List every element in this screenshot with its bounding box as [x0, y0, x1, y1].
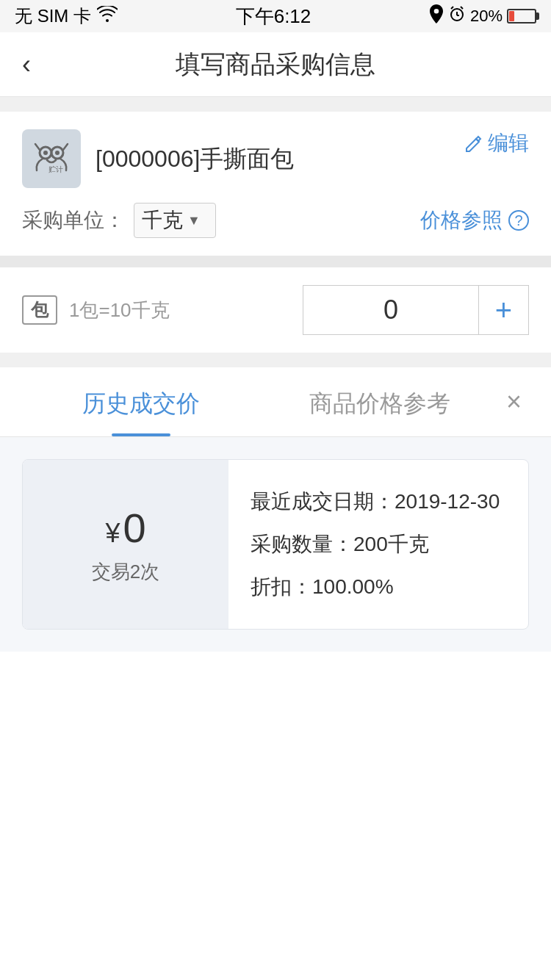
chevron-down-icon: ▼	[187, 213, 201, 228]
history-price-value: ¥0	[105, 504, 145, 552]
unit-label: 采购单位：	[22, 206, 125, 234]
location-icon	[429, 4, 444, 28]
svg-text:贮计: 贮计	[48, 165, 63, 173]
trade-count-label: 交易2次	[92, 559, 159, 585]
svg-point-7	[43, 151, 48, 155]
unit-select-button[interactable]: 千克 ▼	[134, 203, 216, 238]
unit-conversion-label: 1包=10千克	[69, 298, 170, 323]
unit-row: 采购单位： 千克 ▼	[22, 203, 216, 238]
alarm-icon	[448, 5, 466, 27]
status-bar: 无 SIM 卡 下午6:12 20%	[0, 0, 551, 32]
close-button[interactable]: ×	[499, 379, 529, 425]
status-indicators: 20%	[429, 4, 536, 28]
discount-line: 折扣：100.00%	[251, 572, 506, 602]
status-carrier: 无 SIM 卡	[15, 4, 118, 28]
product-card: 贮计 [0000006]手撕面包 编辑 采购单位： 千克 ▼ 价格参照	[0, 112, 551, 256]
tab-market-price[interactable]: 商品价格参考	[260, 367, 498, 436]
quantity-input[interactable]: 0	[303, 285, 479, 335]
bottom-space	[0, 652, 551, 980]
header: ‹ 填写商品采购信息	[0, 32, 551, 97]
status-time: 下午6:12	[236, 4, 311, 29]
quantity-control: 0 +	[303, 285, 529, 335]
edit-button[interactable]: 编辑	[464, 129, 529, 157]
history-price-box: ¥0 交易2次	[23, 460, 228, 629]
carrier-text: 无 SIM 卡	[15, 4, 91, 28]
purchase-qty-line: 采购数量：200千克	[251, 529, 506, 560]
product-image-icon: 贮计	[32, 137, 71, 181]
history-content: ¥0 交易2次 最近成交日期：2019-12-30 采购数量：200千克 折扣：…	[0, 437, 551, 652]
section-divider	[0, 256, 551, 267]
history-card: ¥0 交易2次 最近成交日期：2019-12-30 采购数量：200千克 折扣：…	[22, 459, 529, 630]
quantity-plus-button[interactable]: +	[479, 285, 529, 335]
tabs-header: 历史成交价 商品价格参考 ×	[0, 367, 551, 436]
unit-value: 千克	[142, 206, 183, 234]
tab-history-price[interactable]: 历史成交价	[22, 367, 260, 436]
help-icon: ?	[508, 210, 529, 231]
page-title: 填写商品采购信息	[176, 48, 375, 82]
product-name: [0000006]手撕面包	[96, 143, 294, 176]
product-thumbnail: 贮计	[22, 129, 81, 188]
svg-line-3	[451, 7, 453, 9]
battery-icon	[507, 9, 536, 24]
back-button[interactable]: ‹	[22, 49, 66, 80]
history-details: 最近成交日期：2019-12-30 采购数量：200千克 折扣：100.00%	[228, 460, 528, 629]
tabs-container: 历史成交价 商品价格参考 ×	[0, 367, 551, 437]
bag-unit-icon: 包	[22, 295, 57, 325]
wifi-icon	[97, 6, 118, 26]
battery-percent: 20%	[470, 7, 503, 26]
svg-line-4	[461, 7, 463, 9]
svg-point-8	[55, 151, 60, 155]
price-reference-button[interactable]: 价格参照 ?	[420, 206, 529, 234]
recent-date-line: 最近成交日期：2019-12-30	[251, 486, 506, 517]
quantity-row: 包 1包=10千克 0 +	[0, 267, 551, 353]
